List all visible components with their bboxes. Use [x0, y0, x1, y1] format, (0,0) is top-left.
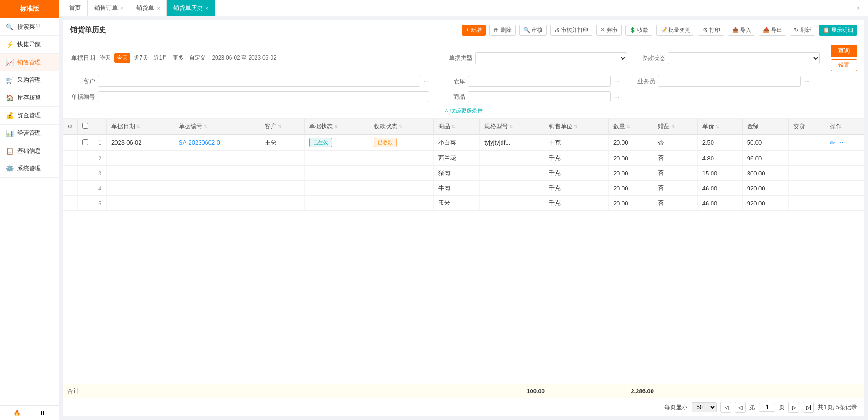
- page-number-input[interactable]: [759, 403, 775, 412]
- th-doc-status[interactable]: 单据状态⇅: [305, 119, 369, 135]
- print-button[interactable]: 🖨 打印: [698, 25, 724, 36]
- sidebar-item-purchase-mgmt[interactable]: 🛒 采购管理: [0, 71, 59, 89]
- row-doc-no[interactable]: [174, 181, 260, 196]
- page-size-select[interactable]: 20 50 100: [692, 402, 717, 412]
- filter-salesperson-field: 业务员 ···: [630, 76, 810, 87]
- date-tab-more[interactable]: 更多: [171, 53, 186, 63]
- row-checkbox[interactable]: [82, 139, 88, 145]
- row-customer: 王总: [260, 135, 305, 151]
- page-label: 第: [749, 403, 755, 411]
- refresh-button[interactable]: ↻ 刷新: [790, 25, 815, 36]
- settings-button[interactable]: 设置: [831, 59, 857, 71]
- th-spec-type[interactable]: 规格型号⇅: [480, 119, 544, 135]
- filter-payment-status-select[interactable]: [668, 52, 820, 64]
- th-gear[interactable]: ⚙: [63, 119, 78, 135]
- date-tab-yesterday[interactable]: 昨天: [98, 53, 112, 63]
- row-trade: [789, 196, 825, 211]
- batch-change-button[interactable]: 📝 批量变更: [656, 25, 694, 36]
- filter-doc-type-select[interactable]: [475, 52, 627, 64]
- close-all-tabs-button[interactable]: ×: [852, 5, 864, 11]
- main-area: 首页 销售订单 × 销货单 × 销货单历史 × × 销货单历史 + 新增 🗑 删…: [59, 0, 868, 420]
- goods-ellipsis-icon[interactable]: ···: [614, 93, 620, 100]
- sidebar-fire-icon[interactable]: 🔥: [13, 410, 20, 416]
- tab-sales-goods[interactable]: 销货单 ×: [130, 0, 166, 16]
- filter-salesperson-input[interactable]: [658, 76, 801, 87]
- review-button[interactable]: 🔍 审核: [519, 25, 547, 36]
- sidebar-item-label: 快捷导航: [17, 40, 41, 49]
- row-spec-type: tyjyjtyjdf...: [480, 135, 544, 151]
- export-button[interactable]: 📤 导出: [759, 25, 786, 36]
- prev-page-button[interactable]: ◁: [735, 402, 746, 413]
- filter-customer-input[interactable]: [98, 76, 420, 87]
- delete-button[interactable]: 🗑 删除: [489, 25, 515, 36]
- tab-sales-goods-close[interactable]: ×: [157, 5, 160, 11]
- tab-sales-history-close[interactable]: ×: [206, 5, 208, 11]
- date-tab-7days[interactable]: 近7天: [132, 53, 150, 63]
- salesperson-ellipsis-icon[interactable]: ···: [804, 78, 810, 85]
- date-tab-1month[interactable]: 近1月: [152, 53, 170, 63]
- collapse-filter-button[interactable]: ∧ 收起更多条件: [70, 107, 857, 115]
- row-gift: 否: [653, 166, 697, 181]
- date-tab-today[interactable]: 今天: [114, 53, 130, 63]
- filter-warehouse-input[interactable]: [468, 76, 611, 87]
- row-doc-no[interactable]: SA-20230602-0: [174, 135, 260, 151]
- show-detail-button[interactable]: 📋 显示明细: [819, 25, 857, 36]
- row-spec-type: [480, 166, 544, 181]
- last-page-button[interactable]: ▷|: [803, 402, 814, 413]
- row-unit-price: 2.50: [697, 135, 742, 151]
- sidebar-item-inventory-calc[interactable]: 🏠 库存核算: [0, 89, 59, 107]
- th-payment-status[interactable]: 收款状态⇅: [369, 119, 433, 135]
- review-print-button[interactable]: 🖨 审核并打印: [550, 25, 592, 36]
- action-more-icon[interactable]: ⋯: [837, 139, 843, 146]
- summary-row: 合计: 100.00 2,286.00: [63, 384, 864, 398]
- action-edit-icon[interactable]: ✏: [830, 139, 835, 146]
- tab-sales-history[interactable]: 销货单历史 ×: [167, 0, 215, 16]
- row-doc-no[interactable]: [174, 166, 260, 181]
- sidebar-item-quick-nav[interactable]: ⚡ 快捷导航: [0, 36, 59, 54]
- sidebar-item-operations-mgmt[interactable]: 📊 经营管理: [0, 125, 59, 142]
- import-button[interactable]: 📥 导入: [728, 25, 755, 36]
- th-gift[interactable]: 赠品⇅: [653, 119, 697, 135]
- filter-customer-field: 客户 ···: [70, 76, 429, 87]
- th-sales-unit[interactable]: 销售单位⇅: [544, 119, 609, 135]
- filter-date-field: 单据日期 昨天 今天 近7天 近1月 更多 自定义 2023-06-02 至 2…: [70, 53, 434, 63]
- summary-label: 合计:: [67, 387, 104, 395]
- th-doc-no[interactable]: 单据编号⇅: [174, 119, 260, 135]
- th-checkbox[interactable]: [78, 119, 93, 135]
- th-doc-date[interactable]: 单据日期⇅: [107, 119, 174, 135]
- th-qty[interactable]: 数量⇅: [608, 119, 653, 135]
- sidebar-item-system-mgmt[interactable]: ⚙️ 系统管理: [0, 160, 59, 178]
- row-doc-no[interactable]: [174, 196, 260, 211]
- discard-button[interactable]: ✕ 弃审: [596, 25, 621, 36]
- filter-goods-input[interactable]: [468, 91, 611, 102]
- tab-home[interactable]: 首页: [63, 0, 88, 16]
- th-goods[interactable]: 商品⇅: [433, 119, 479, 135]
- th-unit-price[interactable]: 单价⇅: [697, 119, 742, 135]
- sidebar-item-search-menu[interactable]: 🔍 搜索菜单: [0, 18, 59, 36]
- sidebar-item-funds-mgmt[interactable]: 💰 资金管理: [0, 107, 59, 125]
- sidebar-item-label: 经营管理: [17, 129, 41, 137]
- filter-docno-input[interactable]: [98, 91, 429, 102]
- customer-ellipsis-icon[interactable]: ···: [424, 78, 429, 85]
- query-button[interactable]: 查询: [831, 45, 857, 57]
- sidebar-item-basic-info[interactable]: 📋 基础信息: [0, 142, 59, 160]
- collect-button[interactable]: 💲 收款: [625, 25, 652, 36]
- th-amount: 金额: [742, 119, 789, 135]
- tab-bar: 首页 销售订单 × 销货单 × 销货单历史 × ×: [59, 0, 868, 16]
- date-tab-custom[interactable]: 自定义: [187, 53, 207, 63]
- row-doc-no[interactable]: [174, 151, 260, 166]
- warehouse-ellipsis-icon[interactable]: ···: [614, 78, 620, 85]
- next-page-button[interactable]: ▷: [788, 402, 799, 413]
- tab-sales-order[interactable]: 销售订单 ×: [88, 0, 130, 16]
- row-goods: 牛肉: [433, 181, 479, 196]
- row-customer: [260, 151, 305, 166]
- sidebar-item-label: 库存核算: [17, 94, 41, 102]
- sidebar-pause-icon[interactable]: ⏸: [40, 410, 45, 416]
- new-button[interactable]: + 新增: [462, 25, 486, 36]
- th-customer[interactable]: 客户⇅: [260, 119, 305, 135]
- sidebar-item-sales-mgmt[interactable]: 📈 销售管理: [0, 54, 59, 71]
- first-page-button[interactable]: |◁: [720, 402, 731, 413]
- row-gift: 否: [653, 151, 697, 166]
- select-all-checkbox[interactable]: [82, 123, 88, 129]
- tab-sales-order-close[interactable]: ×: [120, 5, 123, 11]
